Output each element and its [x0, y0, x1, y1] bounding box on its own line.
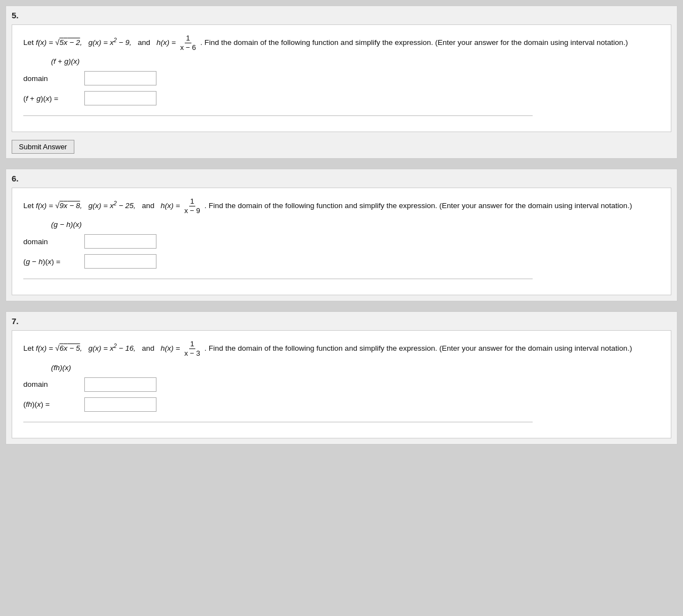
problem-6: 6. Let f(x) = √9x − 8, g(x) = x2 − 25, a… [6, 169, 677, 301]
problem-6-domain-label: domain [23, 238, 84, 246]
problem-7-result-label: (fh)(x) = [23, 400, 84, 408]
problem-6-number: 6. [6, 169, 677, 188]
problem-5-text: Let f(x) = √5x − 2, g(x) = x2 − 9, and h… [23, 34, 660, 52]
problem-6-h-numer: 1 [189, 197, 195, 206]
problem-6-f: f(x) = √9x − 8, [36, 201, 83, 210]
problem-5-number: 5. [6, 6, 677, 24]
problem-7-result-row: (fh)(x) = [23, 397, 660, 412]
problem-7-divider [23, 422, 533, 422]
problem-5-domain-input[interactable] [84, 71, 156, 85]
problem-7: 7. Let f(x) = √6x − 5, g(x) = x2 − 16, a… [6, 311, 677, 444]
problem-5-g: g(x) = x2 − 9, [88, 38, 131, 47]
problem-6-result-row: (g − h)(x) = [23, 254, 660, 269]
problem-7-intro: Let [23, 344, 36, 352]
problem-5-f: f(x) = √5x − 2, [36, 38, 83, 47]
problem-5-result-label: (f + g)(x) = [23, 94, 84, 103]
problem-5: 5. Let f(x) = √5x − 2, g(x) = x2 − 9, an… [6, 6, 677, 159]
problem-5-domain-label: domain [23, 74, 84, 83]
problem-6-intro: Let [23, 201, 36, 210]
problem-7-f: f(x) = √6x − 5, [36, 344, 83, 352]
problem-6-h-label: h(x) = [160, 201, 180, 210]
problem-7-result-input[interactable] [84, 397, 156, 412]
problem-5-h-numer: 1 [185, 34, 191, 43]
problem-7-domain-row: domain [23, 377, 660, 392]
problem-7-domain-label: domain [23, 380, 84, 388]
problem-6-result-label: (g − h)(x) = [23, 257, 84, 266]
problem-7-domain-input[interactable] [84, 377, 156, 392]
problem-5-h-fraction: 1 x − 6 [179, 34, 198, 52]
problem-6-divider [23, 279, 533, 279]
problem-6-domain-row: domain [23, 234, 660, 249]
problem-5-instruction: . Find the domain of the following funct… [200, 38, 628, 47]
problem-5-domain-row: domain [23, 71, 660, 85]
problem-5-intro: Let [23, 38, 36, 47]
problem-7-h-fraction: 1 x − 3 [183, 340, 201, 357]
problem-5-submit-button[interactable]: Submit Answer [12, 140, 74, 154]
problem-5-h-label: h(x) = [156, 38, 176, 47]
problem-5-result-row: (f + g)(x) = [23, 91, 660, 105]
problem-6-g: g(x) = x2 − 25, [88, 201, 135, 210]
problem-7-h-label: h(x) = [160, 344, 180, 352]
problem-6-domain-input[interactable] [84, 234, 156, 249]
problem-5-box: Let f(x) = √5x − 2, g(x) = x2 − 9, and h… [12, 24, 671, 132]
problem-7-number: 7. [6, 312, 677, 330]
problem-7-g: g(x) = x2 − 16, [88, 344, 135, 352]
problem-6-box: Let f(x) = √9x − 8, g(x) = x2 − 25, and … [12, 188, 671, 295]
problem-6-h-denom: x − 9 [183, 206, 201, 215]
problem-7-text: Let f(x) = √6x − 5, g(x) = x2 − 16, and … [23, 340, 660, 357]
problem-6-result-input[interactable] [84, 254, 156, 269]
problem-5-operation: (f + g)(x) [51, 57, 660, 65]
problem-5-divider [23, 115, 533, 116]
problem-7-h-denom: x − 3 [183, 349, 201, 358]
problem-6-h-fraction: 1 x − 9 [183, 197, 201, 215]
problem-6-operation: (g − h)(x) [51, 220, 660, 229]
problem-5-h-denom: x − 6 [179, 43, 198, 52]
problem-6-instruction: . Find the domain of the following funct… [204, 201, 632, 210]
problem-7-h-numer: 1 [189, 340, 195, 349]
problem-7-instruction: . Find the domain of the following funct… [204, 344, 632, 352]
problem-5-result-input[interactable] [84, 91, 156, 105]
problem-7-box: Let f(x) = √6x − 5, g(x) = x2 − 16, and … [12, 330, 671, 438]
problem-7-operation: (fh)(x) [51, 363, 660, 372]
problem-6-text: Let f(x) = √9x − 8, g(x) = x2 − 25, and … [23, 197, 660, 215]
